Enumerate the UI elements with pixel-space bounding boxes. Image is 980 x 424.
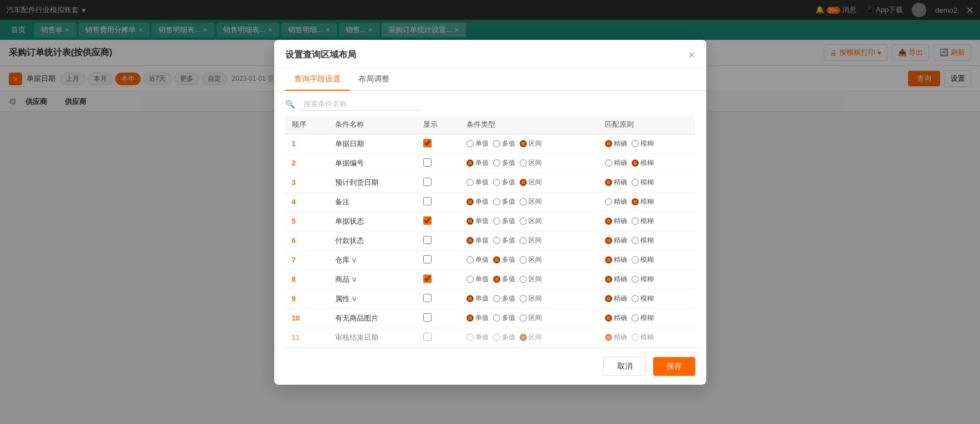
modal-close-button[interactable]: ×	[689, 49, 695, 61]
tab-field-settings[interactable]: 查询字段设置	[285, 69, 350, 91]
modal-title: 设置查询区域布局	[285, 49, 356, 61]
modal-tabs: 查询字段设置 布局调整	[274, 69, 706, 91]
modal-search-area: 🔍	[274, 91, 706, 112]
settings-modal: 设置查询区域布局 × 查询字段设置 布局调整 🔍 顺序 条件名称	[274, 40, 706, 112]
modal-overlay[interactable]: 设置查询区域布局 × 查询字段设置 布局调整 🔍 顺序 条件名称	[0, 0, 980, 112]
search-input[interactable]	[299, 97, 421, 111]
modal-header: 设置查询区域布局 ×	[274, 40, 706, 69]
tab-layout-adjust[interactable]: 布局调整	[350, 69, 398, 91]
search-icon: 🔍	[285, 100, 295, 108]
